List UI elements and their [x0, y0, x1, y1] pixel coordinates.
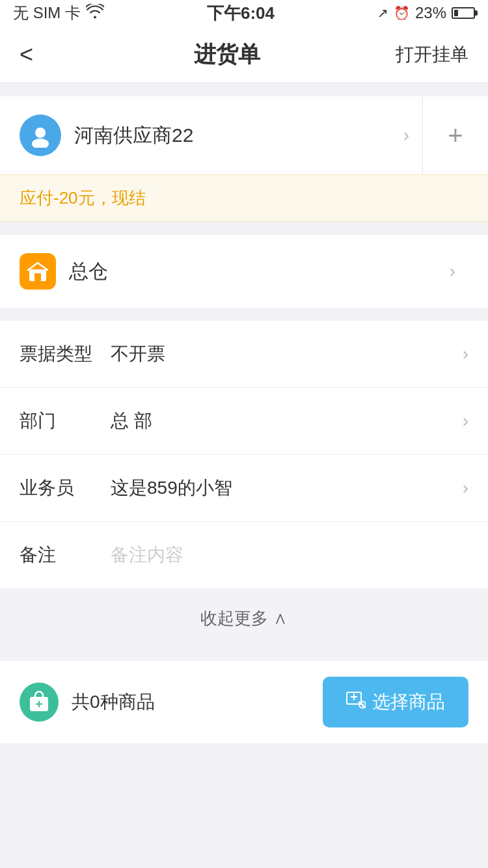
invoice-type-chevron-icon: ›: [463, 344, 468, 364]
status-right: ↗ ⏰ 23%: [377, 4, 475, 22]
status-time: 下午6:04: [207, 2, 275, 25]
status-bar: 无 SIM 卡 下午6:04 ↗ ⏰ 23%: [0, 0, 488, 26]
product-count: 共0种商品: [72, 690, 310, 714]
add-supplier-button[interactable]: +: [423, 121, 488, 150]
department-label: 部门: [20, 409, 111, 433]
department-value: 总 部: [111, 409, 456, 433]
department-row[interactable]: 部门 总 部 ›: [0, 388, 488, 455]
svg-point-1: [32, 139, 49, 148]
supplier-chevron-icon: ›: [390, 125, 422, 146]
product-icon: [20, 683, 59, 722]
remark-input[interactable]: 备注内容: [111, 543, 468, 567]
remark-label: 备注: [20, 543, 111, 567]
svg-point-0: [35, 128, 46, 138]
salesperson-chevron-icon: ›: [463, 478, 468, 498]
notice-text: 应付-20元，现结: [20, 188, 146, 208]
status-left: 无 SIM 卡: [13, 3, 104, 23]
select-product-icon: [346, 691, 366, 713]
notice-banner: 应付-20元，现结: [0, 174, 488, 222]
alarm-icon: ⏰: [394, 5, 410, 21]
remark-row[interactable]: 备注 备注内容: [0, 522, 488, 588]
nav-bar: < 进货单 打开挂单: [0, 26, 488, 83]
location-icon: ↗: [377, 5, 388, 21]
carrier-label: 无 SIM 卡: [13, 3, 81, 23]
invoice-type-value: 不开票: [111, 342, 456, 366]
select-product-button[interactable]: 选择商品: [323, 677, 468, 727]
battery-icon: [452, 7, 475, 19]
warehouse-name: 总仓: [69, 258, 437, 285]
open-pending-button[interactable]: 打开挂单: [396, 42, 468, 67]
svg-rect-3: [34, 273, 41, 281]
select-product-label: 选择商品: [372, 690, 445, 714]
supplier-selector[interactable]: 河南供应商22 ›: [0, 96, 423, 174]
warehouse-icon: [20, 253, 56, 290]
supplier-avatar: [20, 115, 61, 156]
invoice-type-label: 票据类型: [20, 342, 111, 366]
collapse-label: 收起更多 ∧: [200, 607, 287, 630]
bottom-bar: 共0种商品 选择商品: [0, 661, 488, 743]
warehouse-chevron-icon: ›: [437, 261, 468, 282]
salesperson-row[interactable]: 业务员 这是859的小智 ›: [0, 455, 488, 522]
collapse-toggle[interactable]: 收起更多 ∧: [0, 589, 488, 648]
department-chevron-icon: ›: [463, 411, 468, 431]
salesperson-label: 业务员: [20, 476, 111, 500]
warehouse-selector[interactable]: 总仓 ›: [0, 235, 488, 308]
supplier-section: 河南供应商22 › +: [0, 96, 488, 174]
supplier-name: 河南供应商22: [74, 122, 390, 149]
page-title: 进货单: [194, 40, 260, 70]
invoice-type-row[interactable]: 票据类型 不开票 ›: [0, 321, 488, 388]
form-section: 票据类型 不开票 › 部门 总 部 › 业务员 这是859的小智 › 备注 备注…: [0, 321, 488, 588]
wifi-icon: [86, 4, 104, 22]
battery-percent: 23%: [415, 4, 446, 22]
back-button[interactable]: <: [20, 41, 59, 68]
section-divider-1: [0, 83, 488, 96]
salesperson-value: 这是859的小智: [111, 476, 456, 500]
